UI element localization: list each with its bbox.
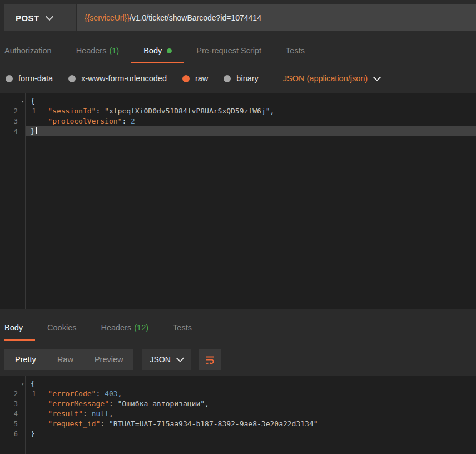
view-pretty-button[interactable]: Pretty (4, 349, 47, 370)
code-line-content: } (25, 429, 476, 439)
radio-form-data-label: form-data (18, 74, 53, 83)
url-path: /v1.0/ticket/showBarcode?id=1074414 (130, 13, 261, 22)
radio-raw[interactable]: raw (182, 74, 208, 83)
chevron-down-icon (46, 13, 53, 21)
response-tabs: Body Cookies Headers (12) Tests (4, 315, 476, 340)
gutter: 5 (0, 419, 25, 429)
json-indent (31, 399, 48, 408)
json-key: "result" (48, 409, 83, 418)
tab-response-headers[interactable]: Headers (12) (88, 315, 161, 340)
json-string: "xlpcqfXiOD0dv51D84fvP8UArSxQD59zfW6j" (105, 107, 270, 115)
code-line: 2 "sessionId": "xlpcqfXiOD0dv51D84fvP8UA… (0, 106, 476, 116)
json-punctuation: , (270, 107, 274, 115)
code-line-content: "errorMessage": "Ошибка авторизации", (25, 399, 476, 409)
gutter: 4 (0, 126, 25, 136)
wrap-lines-icon (205, 354, 216, 365)
postman-app: POST {{serviceUrl}}/v1.0/ticket/showBarc… (0, 0, 476, 454)
fold-caret-icon[interactable]: ▾ (21, 379, 24, 389)
line-number: 2 (14, 107, 18, 115)
gutter: 3 (0, 116, 25, 126)
tab-headers[interactable]: Headers (1) (64, 38, 132, 63)
code-line-content: "protocolVersion": 2 (25, 116, 476, 126)
content-type-selector[interactable]: JSON (application/json) (283, 74, 380, 83)
json-indent (31, 117, 48, 125)
json-punctuation: } (31, 127, 35, 135)
green-dot-icon (167, 48, 172, 53)
gutter: 6 (0, 429, 25, 439)
code-line-content: "request_id": "BTUAT=UAT-715aa934-b187-8… (25, 419, 476, 429)
gutter: 2 (0, 389, 25, 399)
tab-tests[interactable]: Tests (274, 38, 317, 63)
tab-pre-request-script[interactable]: Pre-request Script (184, 38, 274, 63)
response-format-select[interactable]: JSON (142, 349, 190, 370)
body-type-selector: form-data x-www-form-urlencoded raw bina… (6, 63, 476, 93)
code-line-active: 4 } (0, 126, 476, 136)
line-number: 6 (14, 430, 18, 438)
gutter: 1 ▾ (0, 96, 25, 106)
code-line: 4 "result": null, (0, 409, 476, 419)
radio-form-data[interactable]: form-data (6, 74, 53, 83)
code-line-content: } (25, 126, 476, 136)
tab-body-label: Body (143, 46, 162, 55)
radio-binary[interactable]: binary (224, 74, 259, 83)
json-punctuation: : (122, 117, 131, 125)
json-number: 403 (105, 389, 117, 398)
json-punctuation: , (118, 389, 122, 398)
tab-response-tests[interactable]: Tests (161, 315, 204, 340)
method-label: POST (16, 13, 39, 23)
headers-count-badge: (1) (109, 46, 119, 55)
line-number: 2 (14, 390, 18, 398)
line-number: 5 (14, 420, 18, 428)
json-punctuation: : (83, 409, 92, 418)
code-line-content: "errorCode": 403, (25, 389, 476, 399)
json-indent (31, 420, 48, 428)
json-key: "request_id" (48, 420, 100, 428)
request-body-editor[interactable]: 1 ▾ { 2 "sessionId": "xlpcqfXiOD0dv51D84… (0, 93, 476, 309)
radio-urlencoded-label: x-www-form-urlencoded (81, 74, 167, 83)
tab-cookies[interactable]: Cookies (35, 315, 88, 340)
gutter: 3 (0, 399, 25, 409)
code-line: 1 ▾ { (0, 379, 476, 389)
response-toolbar: Pretty Raw Preview JSON (4, 346, 476, 373)
json-punctuation: : (100, 420, 109, 428)
view-raw-button[interactable]: Raw (47, 349, 84, 370)
json-punctuation: { (31, 97, 35, 105)
response-body-editor[interactable]: 1 ▾ { 2 "errorCode": 403, 3 "errorMessag… (0, 376, 476, 454)
url-variable: {{serviceUrl}} (85, 13, 130, 22)
code-line: 3 "protocolVersion": 2 (0, 116, 476, 126)
line-number: 1 (32, 390, 36, 398)
content-type-label: JSON (application/json) (283, 74, 368, 83)
json-key: "errorCode" (48, 389, 96, 398)
code-line: 6 } (0, 429, 476, 439)
text-cursor (36, 127, 37, 134)
json-key: "sessionId" (48, 107, 96, 115)
method-selector[interactable]: POST (4, 4, 77, 31)
json-punctuation: , (205, 399, 209, 408)
radio-binary-label: binary (236, 74, 259, 83)
gutter: 2 (0, 106, 25, 116)
chevron-down-icon (373, 73, 381, 81)
wrap-lines-button[interactable] (199, 349, 221, 370)
line-number: 4 (14, 127, 18, 135)
line-number: 3 (14, 400, 18, 408)
line-number: 4 (14, 410, 18, 418)
json-punctuation: : (96, 107, 105, 115)
json-punctuation: } (31, 430, 35, 438)
request-url-bar: POST {{serviceUrl}}/v1.0/ticket/showBarc… (4, 4, 476, 31)
json-punctuation: : (96, 389, 105, 398)
json-key: "protocolVersion" (48, 117, 122, 125)
tab-authorization[interactable]: Authorization (4, 38, 64, 63)
url-input[interactable]: {{serviceUrl}}/v1.0/ticket/showBarcode?i… (77, 4, 476, 31)
json-punctuation: , (109, 409, 113, 418)
tab-response-headers-label: Headers (101, 323, 131, 332)
radio-urlencoded[interactable]: x-www-form-urlencoded (68, 74, 167, 83)
json-indent (31, 409, 48, 418)
fold-caret-icon[interactable]: ▾ (21, 97, 24, 107)
tab-response-body[interactable]: Body (4, 315, 35, 340)
radio-icon (6, 75, 13, 82)
json-punctuation: { (31, 379, 35, 388)
tab-body[interactable]: Body (131, 38, 184, 63)
view-preview-button[interactable]: Preview (84, 349, 134, 370)
radio-icon (68, 75, 76, 82)
json-string: "Ошибка авторизации" (118, 399, 205, 408)
